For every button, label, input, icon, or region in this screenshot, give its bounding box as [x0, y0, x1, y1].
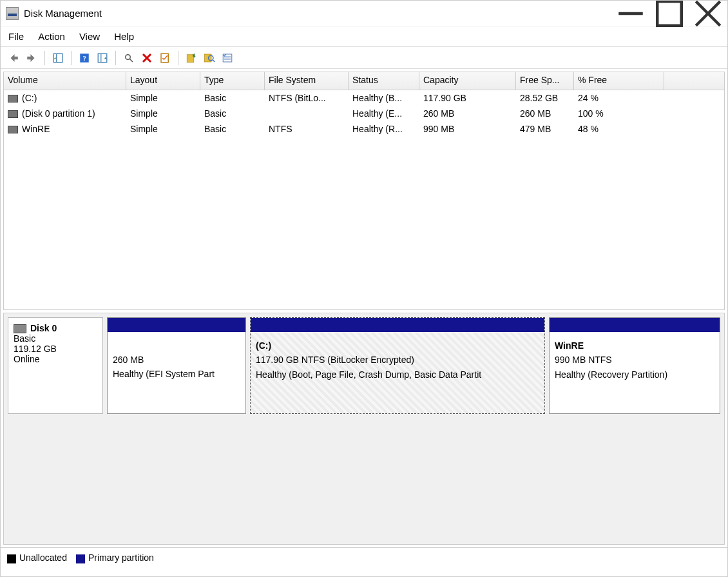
col-filesystem[interactable]: File System: [265, 72, 349, 90]
volume-capacity: 990 MB: [419, 124, 516, 134]
window-title: Disk Management: [24, 8, 102, 19]
partition[interactable]: 260 MBHealthy (EFI System Part: [107, 317, 246, 414]
volume-name: (Disk 0 partition 1): [22, 108, 95, 119]
volume-icon: [8, 126, 18, 133]
disk-icon: [14, 324, 26, 333]
svg-marker-11: [104, 57, 106, 59]
volume-name: WinRE: [22, 124, 50, 134]
flag-icon: [159, 52, 171, 64]
volume-type: Basic: [200, 108, 265, 119]
col-capacity[interactable]: Capacity: [419, 72, 516, 90]
col-pct-free[interactable]: % Free: [574, 72, 664, 90]
minimize-button[interactable]: [611, 1, 650, 26]
maximize-button[interactable]: [650, 1, 689, 26]
list-button[interactable]: [220, 50, 235, 66]
volume-capacity: 117.90 GB: [419, 93, 516, 103]
volume-status: Healthy (E...: [349, 108, 419, 119]
search-icon: [204, 52, 215, 64]
volume-pct: 48 %: [574, 124, 664, 134]
volume-pct: 24 %: [574, 93, 664, 103]
delete-icon: [141, 52, 153, 64]
list-icon: [222, 52, 233, 64]
forward-arrow-icon: [26, 52, 37, 64]
svg-line-22: [213, 60, 215, 62]
col-layout[interactable]: Layout: [126, 72, 200, 90]
legend-primary: Primary partition: [76, 553, 154, 563]
unallocated-swatch-icon: [7, 554, 16, 563]
partition-size: 260 MB: [113, 353, 240, 367]
partition-name: WinRE: [555, 338, 714, 353]
partition-stripe: [108, 318, 245, 332]
col-free[interactable]: Free Sp...: [516, 72, 574, 90]
svg-rect-17: [187, 54, 194, 62]
volume-layout: Simple: [126, 93, 200, 103]
volume-layout: Simple: [126, 124, 200, 134]
menu-file[interactable]: File: [8, 31, 24, 42]
help-button[interactable]: ?: [77, 50, 92, 66]
disk-type: Basic: [14, 333, 97, 344]
toolbar: ?: [1, 47, 727, 69]
volume-pct: 100 %: [574, 108, 664, 119]
column-headers: Volume Layout Type File System Status Ca…: [4, 72, 724, 90]
partition-size: 117.90 GB NTFS (BitLocker Encrypted): [256, 353, 539, 367]
menu-view[interactable]: View: [79, 31, 100, 42]
partition[interactable]: (C:)117.90 GB NTFS (BitLocker Encrypted)…: [250, 317, 545, 414]
app-icon: [6, 7, 19, 20]
refresh-button[interactable]: [121, 50, 137, 66]
volume-status: Healthy (B...: [349, 93, 419, 103]
partition-stripe: [550, 318, 720, 332]
table-row[interactable]: (Disk 0 partition 1)SimpleBasicHealthy (…: [4, 106, 724, 121]
volume-type: Basic: [200, 93, 265, 103]
volume-icon: [8, 110, 18, 118]
volume-type: Basic: [200, 124, 265, 134]
disk-row: Disk 0 Basic 119.12 GB Online 260 MBHeal…: [8, 317, 720, 414]
partition-stripe: [251, 318, 544, 332]
disk-graphic-pane: Disk 0 Basic 119.12 GB Online 260 MBHeal…: [3, 313, 725, 545]
volume-layout: Simple: [126, 108, 200, 119]
disk-size: 119.12 GB: [14, 344, 97, 354]
back-arrow-icon: [8, 52, 19, 64]
delete-button[interactable]: [139, 50, 155, 66]
disk-header[interactable]: Disk 0 Basic 119.12 GB Online: [8, 317, 103, 414]
partition-name: (C:): [256, 338, 539, 353]
col-type[interactable]: Type: [200, 72, 265, 90]
disk-status: Online: [14, 354, 97, 364]
flag-button[interactable]: [157, 50, 173, 66]
back-button[interactable]: [6, 50, 21, 66]
search-button[interactable]: [202, 50, 217, 66]
legend-unallocated: Unallocated: [7, 553, 67, 563]
col-status[interactable]: Status: [349, 72, 419, 90]
partition-status: Healthy (Recovery Partition): [555, 367, 714, 382]
close-button[interactable]: [689, 1, 727, 26]
properties-button[interactable]: [95, 50, 110, 66]
show-hide-console-tree-icon: [52, 52, 64, 64]
volume-free: 260 MB: [516, 108, 574, 119]
new-button[interactable]: [184, 50, 199, 66]
properties-icon: [97, 52, 108, 64]
table-row[interactable]: (C:)SimpleBasicNTFS (BitLo...Healthy (B.…: [4, 90, 724, 106]
titlebar: Disk Management: [1, 1, 727, 26]
svg-text:?: ?: [82, 54, 86, 61]
volume-status: Healthy (R...: [349, 124, 419, 134]
menubar: File Action View Help: [1, 26, 727, 47]
partition[interactable]: WinRE990 MB NTFSHealthy (Recovery Partit…: [549, 317, 720, 414]
show-hide-console-tree-button[interactable]: [50, 50, 66, 66]
svg-line-13: [130, 59, 133, 62]
col-volume[interactable]: Volume: [4, 72, 126, 90]
volume-fs: NTFS: [265, 124, 349, 134]
svg-rect-1: [657, 1, 682, 26]
volume-free: 479 MB: [516, 124, 574, 134]
primary-swatch-icon: [76, 554, 85, 563]
volume-fs: NTFS (BitLo...: [265, 93, 349, 103]
menu-action[interactable]: Action: [38, 31, 65, 42]
svg-marker-6: [54, 57, 56, 59]
partition-status: Healthy (EFI System Part: [113, 367, 240, 381]
help-icon: ?: [79, 52, 90, 64]
menu-help[interactable]: Help: [114, 31, 134, 42]
new-icon: [186, 52, 197, 64]
legend: Unallocated Primary partition: [1, 547, 727, 568]
volume-free: 28.52 GB: [516, 93, 574, 103]
table-row[interactable]: WinRESimpleBasicNTFSHealthy (R...990 MB4…: [4, 121, 724, 137]
forward-button[interactable]: [24, 50, 39, 66]
volume-name: (C:): [22, 93, 37, 103]
